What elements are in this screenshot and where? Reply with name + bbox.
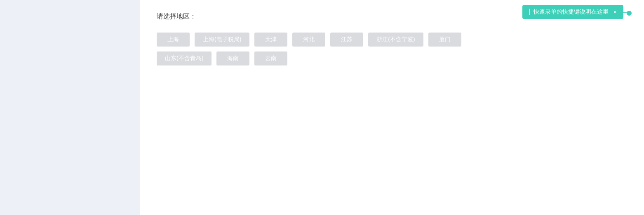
- region-btn-shandong[interactable]: 山东(不含青岛): [157, 51, 212, 65]
- main-content: 请选择地区： 上海上海(电子税局)天津河北江苏浙江(不含宁波)厦门 山东(不含青…: [140, 0, 644, 215]
- region-btn-yunnan[interactable]: 云南: [254, 51, 287, 65]
- tooltip-dot: [627, 11, 632, 16]
- left-sidebar: [0, 0, 140, 215]
- region-btn-hebei[interactable]: 河北: [292, 33, 325, 47]
- region-btn-hainan[interactable]: 海南: [216, 51, 249, 65]
- region-buttons-row1: 上海上海(电子税局)天津河北江苏浙江(不含宁波)厦门: [157, 33, 628, 47]
- tooltip-connector: [623, 12, 627, 13]
- tooltip-label: 快速录单的快捷键说明在这里: [534, 8, 609, 16]
- region-btn-jiangsu[interactable]: 江苏: [330, 33, 363, 47]
- region-btn-shanghai-etax[interactable]: 上海(电子税局): [195, 33, 249, 47]
- tooltip-left-bar: [529, 9, 530, 15]
- tooltip-close-button[interactable]: ×: [613, 9, 617, 15]
- region-btn-xiamen[interactable]: 厦门: [428, 33, 461, 47]
- region-btn-shanghai[interactable]: 上海: [157, 33, 190, 47]
- region-btn-zhejiang[interactable]: 浙江(不含宁波): [368, 33, 423, 47]
- tooltip-banner: 快速录单的快捷键说明在这里 ×: [522, 5, 623, 19]
- region-btn-tianjin[interactable]: 天津: [254, 33, 287, 47]
- region-buttons-row2: 山东(不含青岛)海南云南: [157, 51, 628, 65]
